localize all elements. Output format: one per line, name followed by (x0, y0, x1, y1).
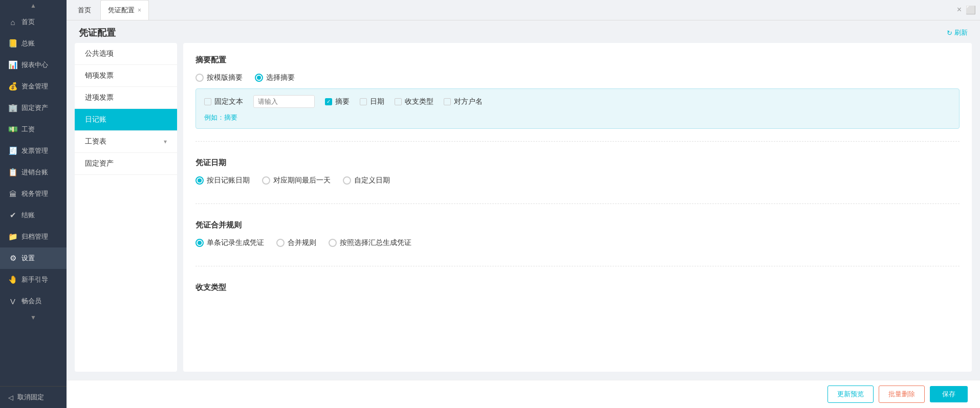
section-date: 凭证日期 按日记账日期 对应期间最后一天 自定义日期 (195, 158, 960, 204)
update-preview-button[interactable]: 更新预览 (827, 386, 874, 403)
radio-period-last-circle (262, 176, 270, 185)
main-area: 首页 凭证配置 × × ⬜ 凭证配置 ↻ 刷新 公共选项 销项发票 进 (67, 0, 980, 408)
section-summary: 摘要配置 按模版摘要 选择摘要 固定文本 (195, 55, 960, 142)
left-nav-payroll[interactable]: 工资表 ▾ (75, 131, 177, 153)
settings-icon: ⚙ (8, 254, 17, 263)
left-nav: 公共选项 销项发票 进项发票 日记账 工资表 ▾ 固定资产 (75, 43, 177, 372)
report-icon: 📊 (8, 60, 17, 70)
content-area: 公共选项 销项发票 进项发票 日记账 工资表 ▾ 固定资产 摘要配置 (67, 43, 980, 380)
unpin-icon: ◁ (8, 394, 13, 401)
sidebar-item-invoice-mgmt[interactable]: 🧾 发票管理 (0, 140, 67, 162)
settle-icon: ✔ (8, 211, 17, 220)
radio-template-circle (195, 74, 204, 82)
sidebar-scroll-up[interactable]: ▲ (0, 0, 67, 11)
bottom-bar: 更新预览 批量删除 保存 (67, 380, 980, 408)
save-button[interactable]: 保存 (930, 386, 968, 402)
window-maximize-button[interactable]: ⬜ (966, 5, 976, 15)
checkbox-summary[interactable]: 摘要 (325, 97, 350, 106)
radio-custom-date[interactable]: 自定义日期 (343, 176, 390, 185)
checkbox-income-type-box (395, 98, 402, 105)
radio-select-total[interactable]: 按照选择汇总生成凭证 (329, 238, 411, 247)
page-header: 凭证配置 ↻ 刷新 (67, 20, 980, 43)
purchases-icon: 📋 (8, 168, 17, 177)
right-content: 摘要配置 按模版摘要 选择摘要 固定文本 (183, 43, 972, 372)
sidebar-item-member[interactable]: V 畅会员 (0, 290, 67, 312)
radio-merge-rule[interactable]: 合并规则 (276, 238, 316, 247)
window-close-button[interactable]: × (957, 5, 962, 15)
home-icon: ⌂ (8, 18, 17, 27)
sidebar-item-purchases[interactable]: 📋 进销台账 (0, 162, 67, 183)
checkbox-counterpart[interactable]: 对方户名 (444, 97, 483, 106)
left-nav-fixed-assets[interactable]: 固定资产 (75, 153, 177, 175)
invoice-mgmt-icon: 🧾 (8, 146, 17, 155)
radio-custom-date-circle (343, 176, 351, 185)
radio-select-summary[interactable]: 选择摘要 (255, 73, 295, 82)
sidebar-item-report[interactable]: 📊 报表中心 (0, 54, 67, 76)
checkbox-fixed-text[interactable]: 固定文本 (204, 97, 243, 106)
tab-voucher-config[interactable]: 凭证配置 × (100, 0, 149, 20)
refresh-button[interactable]: ↻ 刷新 (947, 28, 968, 37)
left-nav-public[interactable]: 公共选项 (75, 43, 177, 65)
checkbox-date-box (360, 98, 367, 105)
checkbox-fixed-text-box (204, 98, 211, 105)
radio-period-last[interactable]: 对应期间最后一天 (262, 176, 331, 185)
assets-icon: 🏢 (8, 103, 17, 112)
left-nav-journal[interactable]: 日记账 (75, 109, 177, 131)
sidebar-item-salary[interactable]: 💵 工资 (0, 119, 67, 140)
sidebar-item-assets[interactable]: 🏢 固定资产 (0, 97, 67, 119)
left-nav-purchase[interactable]: 进项发票 (75, 87, 177, 109)
section-summary-title: 摘要配置 (195, 55, 960, 65)
checkbox-counterpart-box (444, 98, 451, 105)
section-income-type: 收支类型 (195, 283, 960, 313)
section-merge-title: 凭证合并规则 (195, 220, 960, 230)
section-merge: 凭证合并规则 单条记录生成凭证 合并规则 按照选择汇总生成凭证 (195, 220, 960, 266)
checkbox-summary-box (325, 98, 332, 105)
sidebar-unpin-button[interactable]: ◁ 取消固定 (0, 386, 67, 408)
sidebar-scroll-down[interactable]: ▼ (0, 312, 67, 323)
salary-icon: 💵 (8, 125, 17, 134)
radio-single-circle (195, 239, 204, 247)
radio-select-circle (255, 74, 263, 82)
summary-radio-group: 按模版摘要 选择摘要 (195, 73, 960, 82)
archive-icon: 📁 (8, 232, 17, 241)
chevron-down-icon: ▾ (164, 138, 167, 145)
section-date-title: 凭证日期 (195, 158, 960, 168)
bulk-delete-button[interactable]: 批量删除 (879, 386, 925, 403)
radio-single-voucher[interactable]: 单条记录生成凭证 (195, 238, 264, 247)
sidebar-item-ledger[interactable]: 📒 总账 (0, 33, 67, 54)
checkbox-options: 固定文本 摘要 日期 收支类型 (204, 95, 951, 108)
sidebar-item-guide[interactable]: 🤚 新手引导 (0, 269, 67, 290)
sidebar-item-settle[interactable]: ✔ 结账 (0, 205, 67, 226)
checkbox-income-type[interactable]: 收支类型 (395, 97, 433, 106)
radio-journal-date-circle (195, 176, 204, 185)
radio-template-summary[interactable]: 按模版摘要 (195, 73, 243, 82)
funds-icon: 💰 (8, 82, 17, 91)
example-text: 例如：摘要 (204, 113, 951, 122)
sidebar-item-settings[interactable]: ⚙ 设置 (0, 247, 67, 269)
member-icon: V (8, 297, 17, 306)
tab-bar: 首页 凭证配置 × × ⬜ (67, 0, 980, 20)
sidebar-item-tax[interactable]: 🏛 税务管理 (0, 183, 67, 205)
date-radio-group: 按日记账日期 对应期间最后一天 自定义日期 (195, 176, 960, 185)
radio-journal-date[interactable]: 按日记账日期 (195, 176, 250, 185)
tax-icon: 🏛 (8, 190, 17, 198)
ledger-icon: 📒 (8, 39, 17, 48)
tab-home[interactable]: 首页 (71, 0, 98, 20)
refresh-icon: ↻ (947, 29, 952, 37)
merge-radio-group: 单条记录生成凭证 合并规则 按照选择汇总生成凭证 (195, 238, 960, 247)
sidebar-item-archive[interactable]: 📁 归档管理 (0, 226, 67, 247)
radio-merge-circle (276, 239, 285, 247)
sidebar-item-home[interactable]: ⌂ 首页 (0, 11, 67, 33)
tab-close-icon[interactable]: × (138, 7, 141, 14)
fixed-text-input[interactable] (253, 95, 315, 108)
page-title: 凭证配置 (79, 27, 116, 39)
summary-checkbox-row: 固定文本 摘要 日期 收支类型 (195, 88, 960, 129)
sidebar-item-funds[interactable]: 💰 资金管理 (0, 76, 67, 97)
sidebar: ▲ ⌂ 首页 📒 总账 📊 报表中心 💰 资金管理 🏢 固定资产 💵 工资 🧾 … (0, 0, 67, 408)
guide-icon: 🤚 (8, 275, 17, 284)
section-income-type-title: 收支类型 (195, 283, 960, 292)
left-nav-sales[interactable]: 销项发票 (75, 65, 177, 87)
radio-select-total-circle (329, 239, 337, 247)
checkbox-date[interactable]: 日期 (360, 97, 384, 106)
